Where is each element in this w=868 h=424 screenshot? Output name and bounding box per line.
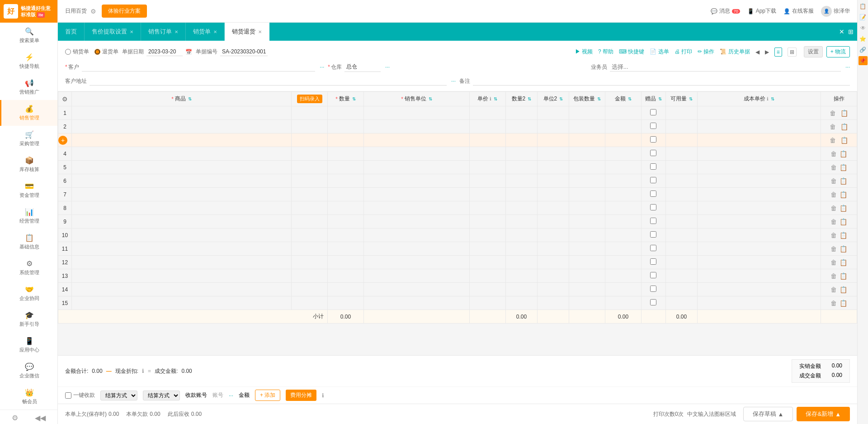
- delete-icon[interactable]: 🗑: [828, 110, 837, 117]
- cell-amount[interactable]: [605, 106, 641, 120]
- radio-return[interactable]: 退货单: [94, 48, 118, 56]
- sidebar-item-basic-info[interactable]: 📋 基础信息: [0, 229, 57, 255]
- cell-unit-price[interactable]: [469, 133, 505, 147]
- cell-sale-unit[interactable]: [364, 120, 470, 133]
- cell-unit-price[interactable]: [469, 106, 505, 120]
- gift-checkbox[interactable]: [650, 191, 656, 197]
- delete-icon[interactable]: 🗑: [829, 232, 838, 239]
- cell-unit2[interactable]: [537, 106, 569, 120]
- view-list-icon[interactable]: ≡: [774, 48, 782, 57]
- copy-icon[interactable]: 📋: [838, 245, 849, 252]
- cell-cost-price[interactable]: [697, 133, 821, 147]
- account-dots[interactable]: ···: [229, 392, 233, 399]
- delete-icon[interactable]: 🗑: [829, 245, 838, 252]
- right-icon-note[interactable]: 📋: [859, 2, 868, 11]
- copy-icon[interactable]: 📋: [839, 123, 849, 130]
- tab-close-icon[interactable]: ✕: [258, 29, 262, 34]
- address-dots[interactable]: ···: [451, 78, 456, 84]
- select-action[interactable]: 📄 选单: [650, 48, 669, 56]
- gift-checkbox[interactable]: [650, 177, 656, 183]
- cell-available[interactable]: [665, 106, 697, 120]
- fee-split-button[interactable]: 费用分摊: [286, 390, 316, 401]
- sidebar-item-purchase[interactable]: 🛒 采购管理: [0, 126, 57, 152]
- right-icon-link[interactable]: 🔗: [859, 45, 868, 54]
- sidebar-item-finance[interactable]: 💳 资金管理: [0, 177, 57, 203]
- sidebar-item-app-center[interactable]: 📱 应用中心: [0, 332, 57, 358]
- right-icon-view[interactable]: 👁: [859, 24, 868, 33]
- help-action[interactable]: ? 帮助: [598, 48, 613, 56]
- cell-cost-price[interactable]: [697, 106, 821, 120]
- right-icon-highlight[interactable]: 📌: [859, 56, 868, 65]
- delete-icon[interactable]: 🗑: [829, 286, 838, 293]
- copy-icon[interactable]: 📋: [838, 232, 849, 239]
- tab-sale-order[interactable]: 销售订单 ✕: [141, 23, 186, 41]
- delete-icon[interactable]: 🗑: [829, 205, 838, 212]
- cell-unit-price[interactable]: [469, 120, 505, 133]
- gift-checkbox[interactable]: [650, 286, 656, 292]
- delete-icon[interactable]: 🗑: [829, 150, 838, 157]
- tab-sale-return[interactable]: 销货退货 ✕: [225, 23, 269, 41]
- app-download-group[interactable]: 📱 App下载: [747, 7, 776, 15]
- delete-icon[interactable]: 🗑: [828, 123, 837, 130]
- customer-input[interactable]: [82, 62, 316, 71]
- cell-amount[interactable]: [605, 120, 641, 133]
- address-input[interactable]: [90, 76, 447, 86]
- notification-group[interactable]: 💬 消息 70: [711, 7, 740, 15]
- cell-qty[interactable]: [328, 106, 364, 120]
- tab-sale-delivery[interactable]: 销货单 ✕: [186, 23, 225, 41]
- sidebar-item-member[interactable]: 👑 畅会员: [0, 384, 57, 410]
- copy-icon[interactable]: 📋: [839, 137, 849, 144]
- th-settings[interactable]: ⚙: [58, 92, 72, 106]
- online-service-group[interactable]: 👤 在线客服: [783, 7, 814, 15]
- gift-checkbox[interactable]: [650, 245, 656, 251]
- sidebar-item-enterprise[interactable]: 🤝 企业协同: [0, 281, 57, 306]
- save-new-button[interactable]: 保存&新增 ▲: [797, 407, 850, 421]
- staff-dots[interactable]: ···: [845, 64, 850, 70]
- date-value[interactable]: 2023-03-20: [146, 48, 183, 56]
- warehouse-value[interactable]: 总仓: [344, 62, 381, 72]
- sidebar-item-system[interactable]: ⚙ 系统管理: [0, 255, 57, 281]
- copy-icon[interactable]: 📋: [838, 218, 849, 225]
- cell-gift[interactable]: [641, 120, 665, 133]
- gift-checkbox[interactable]: [650, 204, 656, 210]
- tab-maximize-icon[interactable]: ⊞: [848, 28, 854, 35]
- warehouse-dots[interactable]: ···: [385, 64, 390, 70]
- prev-icon[interactable]: ◀: [755, 49, 760, 55]
- collapse-icon[interactable]: ◀◀: [35, 414, 46, 422]
- delete-icon[interactable]: 🗑: [829, 191, 838, 198]
- sidebar-item-inventory[interactable]: 📦 库存核算: [0, 152, 57, 177]
- gift-checkbox[interactable]: [650, 163, 656, 170]
- radio-sale[interactable]: 销货单: [65, 48, 89, 56]
- logistics-button[interactable]: + 物流: [826, 46, 850, 57]
- copy-icon[interactable]: 📋: [838, 300, 849, 307]
- copy-icon[interactable]: 📋: [838, 259, 849, 266]
- cell-amount[interactable]: [605, 133, 641, 147]
- one-click-pay-input[interactable]: [65, 392, 71, 399]
- cell-qty2[interactable]: [505, 106, 537, 120]
- tab-close-icon[interactable]: ✕: [175, 29, 178, 34]
- topbar-gear-icon[interactable]: ⚙: [90, 8, 96, 15]
- cell-available[interactable]: [665, 133, 697, 147]
- delete-icon[interactable]: 🗑: [829, 218, 838, 225]
- calendar-icon[interactable]: 📅: [185, 49, 192, 55]
- cell-pack-qty[interactable]: [569, 106, 605, 120]
- gift-checkbox[interactable]: [650, 150, 656, 156]
- tab-close-all-icon[interactable]: ✕: [839, 28, 844, 35]
- scan-button[interactable]: 扫码录入: [297, 95, 322, 103]
- copy-icon[interactable]: 📋: [838, 286, 849, 293]
- discount-info-icon[interactable]: ℹ: [142, 368, 144, 374]
- radio-sale-input[interactable]: [65, 49, 71, 55]
- right-icon-edit[interactable]: 📝: [859, 13, 868, 22]
- cell-gift[interactable]: [641, 133, 665, 147]
- gift-checkbox[interactable]: [650, 123, 656, 129]
- copy-icon[interactable]: 📋: [838, 191, 849, 198]
- tab-close-icon[interactable]: ✕: [130, 29, 133, 34]
- copy-icon[interactable]: 📋: [838, 272, 849, 280]
- tab-home[interactable]: 首页: [58, 23, 85, 41]
- sidebar-item-wechat[interactable]: 💬 企业微信: [0, 358, 57, 384]
- delete-icon[interactable]: 🗑: [829, 272, 838, 280]
- trial-button[interactable]: 体验行业方案: [102, 5, 147, 18]
- copy-icon[interactable]: 📋: [839, 110, 849, 117]
- cell-unit2[interactable]: [537, 120, 569, 133]
- customer-dots[interactable]: ···: [320, 64, 324, 70]
